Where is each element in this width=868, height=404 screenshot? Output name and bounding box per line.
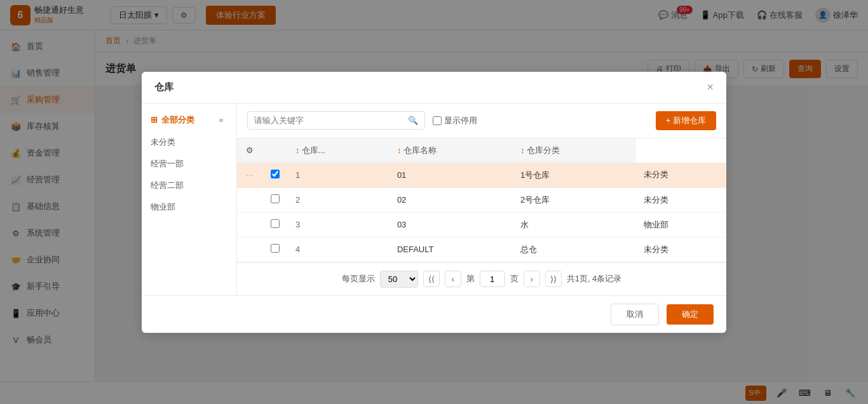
grid-icon: ⊞ xyxy=(151,115,158,125)
row-name: 水 xyxy=(513,212,636,237)
row-checkbox[interactable] xyxy=(271,219,280,228)
row-code: 02 xyxy=(390,187,513,212)
show-disabled-input[interactable] xyxy=(433,116,442,125)
row-settings[interactable] xyxy=(237,212,262,237)
row-category: 物业部 xyxy=(636,212,726,237)
page-label: 第 xyxy=(466,273,475,285)
row-name: 总仓 xyxy=(513,237,636,262)
category-item[interactable]: 经营二部 xyxy=(142,175,236,196)
row-num: 1 xyxy=(288,163,390,187)
table-row[interactable]: 2 02 2号仓库 未分类 xyxy=(237,187,726,212)
last-page-button[interactable]: ⟩⟩ xyxy=(545,271,562,287)
modal-title: 仓库 xyxy=(154,81,173,93)
table-wrapper: ⚙ ↕ 仓库... ↕ 仓库名称 ↕ 仓库分类 xyxy=(237,138,726,262)
modal-body: ⊞ 全部分类 « 未分类经营一部经营二部物业部 🔍 显示停用 xyxy=(142,104,726,295)
row-num: 2 xyxy=(288,187,390,212)
all-category-item[interactable]: ⊞ 全部分类 « xyxy=(142,109,236,131)
row-checkbox-cell[interactable] xyxy=(262,212,288,237)
search-input[interactable] xyxy=(248,112,402,129)
table-panel: 🔍 显示停用 + 新增仓库 ⚙ xyxy=(237,104,726,295)
warehouse-table: ⚙ ↕ 仓库... ↕ 仓库名称 ↕ 仓库分类 xyxy=(237,138,726,262)
search-icon[interactable]: 🔍 xyxy=(402,112,424,129)
collapse-button[interactable]: « xyxy=(215,114,227,126)
cancel-button[interactable]: 取消 xyxy=(611,304,659,325)
category-panel: ⊞ 全部分类 « 未分类经营一部经营二部物业部 xyxy=(142,104,237,295)
row-num: 3 xyxy=(288,212,390,237)
table-toolbar: 🔍 显示停用 + 新增仓库 xyxy=(237,104,726,138)
row-checkbox[interactable] xyxy=(271,170,280,178)
row-settings[interactable] xyxy=(237,237,262,262)
modal-header: 仓库 × xyxy=(142,72,726,104)
row-category: 未分类 xyxy=(636,163,726,187)
col-header-category: ↕ 仓库分类 xyxy=(513,138,636,163)
row-settings[interactable]: ··· xyxy=(237,163,262,187)
row-name: 1号仓库 xyxy=(513,163,636,187)
total-info: 共1页, 4条记录 xyxy=(567,273,622,285)
row-num: 4 xyxy=(288,237,390,262)
col-header-check xyxy=(262,138,288,163)
row-name: 2号仓库 xyxy=(513,187,636,212)
modal-overlay: 仓库 × ⊞ 全部分类 « 未分类经营一部经营二部物业部 🔍 xyxy=(0,0,868,404)
category-item[interactable]: 未分类 xyxy=(142,131,236,153)
row-checkbox-cell[interactable] xyxy=(262,163,288,187)
modal-footer: 取消 确定 xyxy=(142,295,726,333)
row-code: 03 xyxy=(390,212,513,237)
row-checkbox-cell[interactable] xyxy=(262,237,288,262)
all-category-label: 全部分类 xyxy=(161,114,194,126)
warehouse-modal: 仓库 × ⊞ 全部分类 « 未分类经营一部经营二部物业部 🔍 xyxy=(142,72,726,333)
table-row[interactable]: 4 DEFAULT 总仓 未分类 xyxy=(237,237,726,262)
category-item[interactable]: 经营一部 xyxy=(142,153,236,175)
row-settings[interactable] xyxy=(237,187,262,212)
per-page-label: 每页显示 xyxy=(342,273,375,285)
row-code: DEFAULT xyxy=(390,237,513,262)
col-header-code: ↕ 仓库... xyxy=(288,138,390,163)
table-row[interactable]: ··· 1 01 1号仓库 未分类 xyxy=(237,163,726,187)
table-header-row: ⚙ ↕ 仓库... ↕ 仓库名称 ↕ 仓库分类 xyxy=(237,138,726,163)
confirm-button[interactable]: 确定 xyxy=(667,304,714,325)
row-category: 未分类 xyxy=(636,237,726,262)
row-category: 未分类 xyxy=(636,187,726,212)
prev-page-button[interactable]: ‹ xyxy=(445,271,461,287)
row-code: 01 xyxy=(390,163,513,187)
search-box: 🔍 xyxy=(247,111,425,130)
show-disabled-checkbox[interactable]: 显示停用 xyxy=(433,115,477,126)
col-header-settings: ⚙ xyxy=(237,138,262,163)
new-warehouse-button[interactable]: + 新增仓库 xyxy=(656,111,716,130)
row-checkbox[interactable] xyxy=(271,244,280,253)
table-row[interactable]: 3 03 水 物业部 xyxy=(237,212,726,237)
page-size-select[interactable]: 102050100 xyxy=(380,271,418,288)
page-number-input[interactable] xyxy=(480,271,505,287)
category-list: 未分类经营一部经营二部物业部 xyxy=(142,131,236,218)
modal-close-button[interactable]: × xyxy=(707,81,714,94)
table-body: ··· 1 01 1号仓库 未分类 2 02 2号仓库 未分类 xyxy=(237,163,726,262)
category-item[interactable]: 物业部 xyxy=(142,196,236,218)
first-page-button[interactable]: ⟨⟨ xyxy=(423,271,440,287)
col-header-name: ↕ 仓库名称 xyxy=(390,138,513,163)
show-disabled-label: 显示停用 xyxy=(444,115,477,126)
row-checkbox-cell[interactable] xyxy=(262,187,288,212)
next-page-button[interactable]: › xyxy=(524,271,540,287)
row-checkbox[interactable] xyxy=(271,194,280,203)
pagination: 每页显示 102050100 ⟨⟨ ‹ 第 页 › ⟩⟩ 共1页, 4条记录 xyxy=(237,262,726,295)
page-unit: 页 xyxy=(510,273,519,285)
